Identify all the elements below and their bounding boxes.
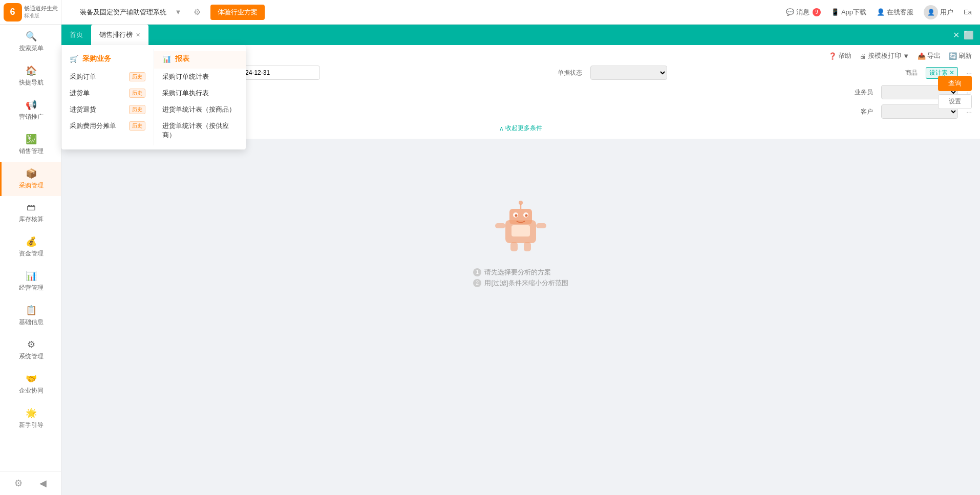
reports-column: 📊 报表 采购订单统计表 采购订单执行表 进货单统计表（按商品） 进货单统计表（… (154, 45, 246, 149)
sidebar-item-basic[interactable]: 📋 基础信息 (0, 298, 61, 333)
sidebar-item-finance-label: 资金管理 (19, 249, 44, 258)
print-button[interactable]: 🖨 按模板打印 ▼ (860, 51, 909, 60)
message-label: 消息 (796, 8, 809, 17)
date-end-input[interactable] (234, 66, 320, 80)
tab-bar-expand-icon[interactable]: ⬜ (964, 30, 974, 40)
basic-icon: 📋 (26, 305, 37, 316)
guide-icon: 🌟 (26, 407, 37, 419)
message-icon: 💬 (786, 8, 794, 16)
collapse-arrow-icon: ∧ (499, 125, 504, 132)
system-icon: ⚙ (27, 339, 35, 350)
collapse-label: 收起更多条件 (505, 124, 542, 133)
sidebar-item-sales[interactable]: 💹 销售管理 (0, 127, 61, 162)
return-history-badge: 历史 (129, 105, 145, 114)
user-label: 用户 (940, 8, 953, 17)
help-button[interactable]: ❓ 帮助 (828, 51, 851, 60)
system-title-dropdown[interactable]: ▼ (173, 7, 184, 18)
svg-rect-9 (524, 242, 531, 251)
settings-button[interactable]: 设置 (938, 94, 972, 109)
sidebar-item-quick-nav[interactable]: 🏠 快捷导航 (0, 59, 61, 93)
purchase-col-header: 🛒 采购业务 (61, 51, 154, 69)
query-button[interactable]: 查询 (938, 76, 972, 91)
sidebar-item-quick-nav-label: 快捷导航 (19, 78, 44, 87)
tab-bar-close-icon[interactable]: ✕ (953, 30, 960, 40)
system-gear-button[interactable]: ⚙ (190, 5, 204, 19)
svg-rect-8 (510, 242, 518, 251)
sidebar: 6 畅通道好生意 标准版 🔍 搜索菜单 🏠 快捷导航 📢 营销推广 💹 销售管理… (0, 0, 61, 495)
sidebar-item-operations[interactable]: 📊 经营管理 (0, 264, 61, 298)
refresh-icon: 🔄 (949, 52, 957, 60)
tab-home-label: 首页 (70, 30, 83, 39)
sidebar-item-search[interactable]: 🔍 搜索菜单 (0, 25, 61, 59)
sidebar-nav: 🔍 搜索菜单 🏠 快捷导航 📢 营销推广 💹 销售管理 📦 采购管理 🗃 库存核… (0, 25, 61, 471)
dropdown-item-inbound[interactable]: 进货单 历史 (61, 85, 154, 101)
sidebar-item-enterprise-label: 企业协同 (19, 386, 44, 395)
export-button[interactable]: 📤 导出 (918, 51, 941, 60)
empty-tip-2-text: 用[过滤]条件来缩小分析范围 (484, 278, 568, 288)
tab-sales-rank[interactable]: 销售排行榜 ✕ (91, 25, 148, 45)
sidebar-item-sales-label: 销售管理 (19, 147, 44, 156)
tab-home[interactable]: 首页 (61, 25, 91, 45)
dropdown-item-return[interactable]: 进货退货 历史 (61, 101, 154, 118)
customer-label: 客户 (861, 107, 873, 116)
purchase-order-label: 采购订单 (70, 72, 96, 81)
dropdown-item-order-stats[interactable]: 采购订单统计表 (154, 69, 246, 85)
purchase-col-icon: 🛒 (70, 55, 78, 63)
logo-area: 6 畅通道好生意 标准版 (0, 0, 61, 25)
dropdown-item-inbound-stats-supplier[interactable]: 进货单统计表（按供应商） (154, 118, 246, 143)
tab-bar: 首页 销售排行榜 ✕ ✕ ⬜ (61, 25, 980, 45)
online-service-button[interactable]: 👤 在线客服 (877, 8, 913, 17)
dropdown-item-inbound-stats-goods[interactable]: 进货单统计表（按商品） (154, 101, 246, 118)
message-button[interactable]: 💬 消息 9 (786, 8, 821, 17)
collapse-conditions-button[interactable]: ∧ 收起更多条件 (499, 124, 542, 133)
svg-point-11 (519, 201, 523, 205)
dropdown-item-order-exec[interactable]: 采购订单执行表 (154, 85, 246, 101)
print-dropdown-icon: ▼ (903, 52, 909, 60)
sidebar-item-guide[interactable]: 🌟 新手引导 (0, 401, 61, 436)
industry-button[interactable]: 体验行业方案 (210, 5, 265, 20)
phone-icon: 📱 (831, 8, 839, 16)
purchase-col-title: 采购业务 (82, 54, 111, 63)
sidebar-item-purchase[interactable]: 📦 采购管理 (0, 162, 61, 196)
empty-tip-1: 1 请先选择要分析的方案 (473, 268, 568, 277)
order-exec-label: 采购订单执行表 (162, 89, 209, 98)
enterprise-icon: 🤝 (26, 373, 37, 384)
goods-tag-close-icon[interactable]: ✕ (949, 69, 954, 76)
reports-col-header: 📊 报表 (154, 51, 246, 69)
sidebar-item-marketing[interactable]: 📢 营销推广 (0, 93, 61, 127)
user-menu[interactable]: 👤 用户 (924, 5, 953, 19)
app-download-label: App下载 (841, 8, 866, 17)
top-header: 装备及固定资产辅助管理系统 ▼ ⚙ 体验行业方案 💬 消息 9 📱 App下载 … (61, 0, 980, 25)
purchase-business-column: 🛒 采购业务 采购订单 历史 进货单 历史 进货退货 历史 采购费用分摊单 历史 (61, 45, 154, 149)
bill-status-select[interactable] (590, 66, 667, 80)
refresh-button[interactable]: 🔄 刷新 (949, 51, 972, 60)
sidebar-item-enterprise[interactable]: 🤝 企业协同 (0, 367, 61, 401)
logo-icon: 6 (4, 3, 22, 21)
tab-sales-rank-label: 销售排行榜 (99, 30, 133, 39)
dropdown-item-expense[interactable]: 采购费用分摊单 历史 (61, 118, 154, 134)
svg-rect-7 (536, 223, 546, 228)
online-service-label: 在线客服 (887, 8, 913, 17)
collapse-sidebar-icon[interactable]: ◀ (39, 478, 47, 489)
tab-close-icon[interactable]: ✕ (136, 32, 140, 38)
service-icon: 👤 (877, 8, 885, 16)
empty-tip-2: 2 用[过滤]条件来缩小分析范围 (473, 278, 568, 288)
home-icon: 🏠 (26, 65, 37, 76)
detection-text: Ea (964, 8, 972, 16)
app-download-button[interactable]: 📱 App下载 (831, 8, 866, 17)
inbound-label: 进货单 (70, 89, 90, 98)
avatar: 👤 (924, 5, 938, 19)
sidebar-item-finance[interactable]: 💰 资金管理 (0, 230, 61, 264)
system-title: 装备及固定资产辅助管理系统 (80, 8, 166, 17)
dropdown-item-purchase-order[interactable]: 采购订单 历史 (61, 69, 154, 85)
sidebar-item-inventory[interactable]: 🗃 库存核算 (0, 196, 61, 230)
reports-col-icon: 📊 (162, 55, 171, 63)
sidebar-item-system[interactable]: ⚙ 系统管理 (0, 333, 61, 367)
return-label: 进货退货 (70, 105, 96, 114)
tab-bar-actions: ✕ ⬜ (953, 30, 980, 40)
svg-rect-12 (512, 225, 530, 236)
expense-history-badge: 历史 (129, 121, 145, 131)
tip-num-1: 1 (473, 268, 481, 276)
sidebar-item-inventory-label: 库存核算 (19, 215, 44, 224)
settings-footer-icon[interactable]: ⚙ (14, 478, 23, 489)
